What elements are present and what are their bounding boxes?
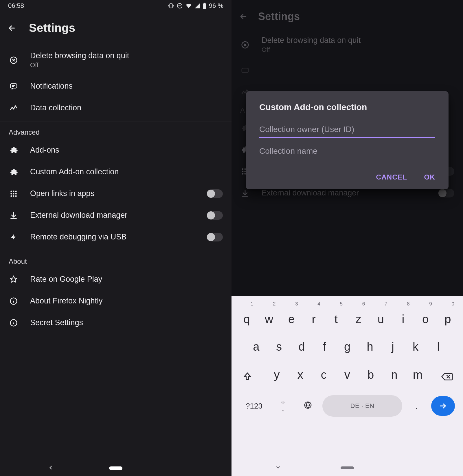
wifi-icon: [185, 3, 192, 9]
svg-point-14: [15, 195, 17, 197]
keyboard-hide-icon[interactable]: [275, 464, 281, 472]
key-m[interactable]: m: [406, 364, 429, 389]
setting-addons[interactable]: Add-ons: [0, 139, 232, 161]
key-h[interactable]: h: [359, 336, 381, 361]
collection-name-input[interactable]: [259, 145, 435, 159]
setting-label: Open links in apps: [30, 189, 195, 198]
toggle-open-links[interactable]: [207, 189, 223, 198]
setting-remote-debug[interactable]: Remote debugging via USB: [0, 226, 232, 248]
settings-header: Settings: [0, 12, 232, 45]
back-arrow-icon[interactable]: [239, 12, 248, 21]
star-icon: [9, 275, 19, 284]
settings-header: Settings: [232, 3, 463, 30]
setting-notifications[interactable]: Notifications: [0, 75, 232, 97]
setting-label: Notifications: [30, 82, 223, 91]
key-p[interactable]: 0p: [437, 309, 459, 333]
key-a[interactable]: a: [245, 336, 268, 361]
key-w[interactable]: 2w: [258, 309, 280, 333]
section-advanced: Advanced: [0, 125, 232, 139]
setting-data-collection[interactable]: Data collection: [0, 97, 232, 119]
key-g[interactable]: g: [336, 336, 359, 361]
cancel-button[interactable]: CANCEL: [376, 173, 407, 181]
spacebar-key[interactable]: DE · EN: [322, 395, 402, 417]
key-q[interactable]: 1q: [236, 309, 258, 333]
battery-icon: [203, 3, 207, 9]
setting-rate[interactable]: Rate on Google Play: [0, 268, 232, 290]
setting-label: Custom Add-on collection: [30, 167, 223, 176]
key-k[interactable]: k: [404, 336, 427, 361]
setting-delete-browsing[interactable]: Delete browsing data on quit Off: [232, 30, 463, 60]
svg-point-9: [10, 193, 12, 194]
toggle-remote-debug[interactable]: [207, 233, 223, 241]
shift-key[interactable]: [236, 372, 259, 382]
key-n[interactable]: n: [383, 364, 406, 389]
enter-key[interactable]: [431, 396, 455, 416]
svg-point-6: [10, 191, 12, 192]
key-j[interactable]: j: [381, 336, 404, 361]
key-z[interactable]: 6z: [347, 309, 370, 333]
setting-open-links[interactable]: Open links in apps: [0, 183, 232, 204]
key-i[interactable]: 8i: [392, 309, 414, 333]
setting-label: Delete browsing data on quit: [262, 36, 454, 45]
nav-home-pill[interactable]: [341, 466, 354, 469]
svg-point-8: [15, 191, 17, 192]
key-c[interactable]: c: [312, 364, 335, 389]
period-key[interactable]: .: [406, 401, 427, 411]
key-f[interactable]: f: [313, 336, 336, 361]
svg-point-25: [242, 173, 243, 174]
svg-rect-18: [242, 68, 249, 72]
nav-home-pill[interactable]: [109, 466, 122, 470]
emoji-key[interactable]: ☺,: [273, 400, 293, 412]
settings-screen-left: 06:58 96 % Settings: [0, 0, 232, 476]
setting-about-app[interactable]: About Firefox Nightly: [0, 290, 232, 312]
setting-label: External download manager: [30, 211, 195, 220]
language-key[interactable]: [297, 401, 318, 411]
name-field-wrap: [259, 145, 435, 159]
settings-screen-right: Settings Delete browsing data on quit Of…: [232, 0, 463, 476]
setting-label: Data collection: [30, 103, 223, 112]
toggle-ext-download[interactable]: [438, 189, 454, 197]
svg-rect-2: [203, 3, 206, 9]
download-icon: [240, 189, 250, 197]
svg-point-20: [244, 168, 246, 170]
key-y[interactable]: y: [265, 364, 289, 389]
backspace-key[interactable]: [435, 372, 459, 382]
key-s[interactable]: s: [268, 336, 291, 361]
key-v[interactable]: v: [335, 364, 359, 389]
key-t[interactable]: 5t: [325, 309, 347, 333]
setting-label: External download manager: [262, 188, 427, 197]
status-time: 06:58: [8, 2, 24, 10]
setting-delete-browsing[interactable]: Delete browsing data on quit Off: [0, 45, 232, 75]
key-u[interactable]: 7u: [370, 309, 392, 333]
key-d[interactable]: d: [290, 336, 313, 361]
divider: [0, 251, 232, 251]
setting-label: Rate on Google Play: [30, 275, 223, 284]
status-battery: 96 %: [209, 2, 223, 10]
apps-grid-icon: [9, 190, 19, 198]
setting-secret[interactable]: Secret Settings: [0, 312, 232, 334]
svg-point-10: [13, 193, 14, 194]
setting-custom-addon[interactable]: Custom Add-on collection: [0, 161, 232, 183]
key-r[interactable]: 4r: [303, 309, 325, 333]
collection-owner-input[interactable]: [259, 123, 435, 138]
symbols-key[interactable]: ?123: [240, 402, 269, 411]
dnd-icon: [177, 3, 183, 9]
nav-back-chevron-icon[interactable]: [48, 465, 54, 472]
key-x[interactable]: x: [289, 364, 312, 389]
svg-point-13: [13, 195, 14, 197]
puzzle-icon: [9, 146, 19, 155]
setting-ext-download[interactable]: External download manager: [0, 204, 232, 226]
chat-icon: [9, 82, 19, 91]
android-nav-bar: [0, 460, 232, 476]
key-o[interactable]: 9o: [414, 309, 437, 333]
key-b[interactable]: b: [359, 364, 383, 389]
back-arrow-icon[interactable]: [8, 24, 16, 32]
setting-sublabel: Off: [30, 61, 223, 69]
key-e[interactable]: 3e: [280, 309, 302, 333]
chart-line-icon: [9, 104, 19, 112]
toggle-ext-download[interactable]: [207, 211, 223, 220]
key-l[interactable]: l: [427, 336, 450, 361]
chat-icon: [240, 66, 250, 75]
ok-button[interactable]: OK: [424, 173, 435, 181]
svg-rect-3: [204, 3, 205, 4]
